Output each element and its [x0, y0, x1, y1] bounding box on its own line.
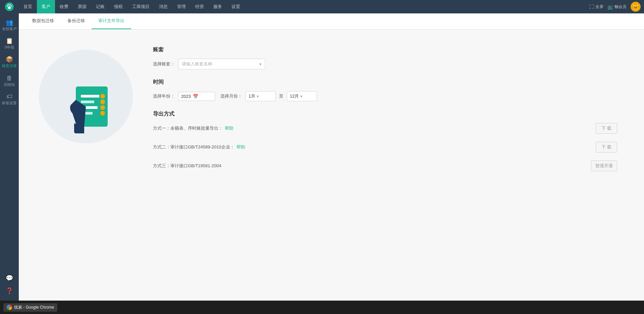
account-chevron-icon: ▾ — [259, 62, 262, 67]
export-method-2-help[interactable]: 帮助 — [236, 144, 245, 150]
export-method-3-coming-button: 暂缓开通 — [591, 161, 617, 171]
export-section-title: 导出方式 — [153, 111, 617, 118]
form-area: 账套 选择账套： 请输入账套名称 ▾ 时间 选择年份： — [140, 40, 631, 291]
all-customers-icon: 👥 — [6, 19, 13, 25]
sidebar-item-chat[interactable]: 💬 — [0, 272, 19, 285]
account-label: 选择账套： — [153, 61, 175, 67]
month-end-chevron-icon: ▾ — [300, 94, 303, 99]
recycle-icon: 🗑 — [6, 75, 12, 81]
app-logo — [3, 1, 15, 13]
sidebar-bottom: 💬 ❓ — [0, 272, 19, 301]
export-method-3-label: 方式三：审计接口GB/T19581-2004 — [153, 163, 591, 169]
tabs-bar: 数据包迁移 备份迁移 审计文件导出 — [19, 13, 644, 29]
page-content: 账套 选择账套： 请输入账套名称 ▾ 时间 选择年份： — [19, 29, 644, 301]
month-start-value: 1月 — [249, 93, 255, 99]
nav-bookkeeping[interactable]: 记账 — [91, 0, 109, 13]
account-migration-icon: 📦 — [6, 56, 13, 62]
export-method-1-row: 方式一：余额表、序时账批量导出： 帮助 下 载 — [153, 123, 617, 134]
export-section: 导出方式 方式一：余额表、序时账批量导出： 帮助 下 载 方式二：审计接口GB/… — [153, 111, 617, 171]
taskbar-item-label: 线索 - Google Chrome — [14, 305, 54, 310]
svg-rect-4 — [81, 101, 94, 103]
main-layout: 👥 全部客户 📋 0申报 📦 账套迁移 🗑 回收站 🏷 标签设置 💬 ❓ — [0, 13, 644, 301]
sidebar-item-account-migration[interactable]: 📦 账套迁移 — [0, 53, 19, 71]
nav-charge[interactable]: 收费 — [55, 0, 73, 13]
year-label: 选择年份： — [153, 93, 175, 99]
nav-tax[interactable]: 报税 — [109, 0, 127, 13]
user-avatar[interactable]: 🐱 — [631, 2, 641, 12]
zero-declare-icon: 📋 — [6, 38, 13, 44]
year-value: 2023 — [181, 94, 191, 99]
export-method-2-label: 方式二：审计接口GB/T24589-2010企业： 帮助 — [153, 144, 596, 150]
time-form-row: 选择年份： 2023 📅 选择月份： 1月 ▾ 至 1 — [153, 91, 617, 101]
tab-backup-migration[interactable]: 备份迁移 — [61, 13, 92, 29]
vip-label: 畅会员 — [614, 4, 627, 10]
month-start-chevron-icon: ▾ — [257, 94, 259, 99]
export-method-1-label: 方式一：余额表、序时账批量导出： 帮助 — [153, 125, 596, 131]
export-method-2-download-button[interactable]: 下 载 — [596, 142, 617, 152]
nav-invoice[interactable]: 票据 — [73, 0, 91, 13]
account-form-row: 选择账套： 请输入账套名称 ▾ — [153, 59, 617, 69]
nav-service[interactable]: 服务 — [209, 0, 227, 13]
export-method-3-text: 方式三：审计接口GB/T19581-2004 — [153, 163, 221, 169]
nav-business[interactable]: 工商项目 — [127, 0, 154, 13]
vip-icon: 📺 — [607, 4, 613, 9]
month-end-select[interactable]: 12月 ▾ — [287, 91, 317, 101]
export-method-3-row: 方式三：审计接口GB/T19581-2004 暂缓开通 — [153, 161, 617, 171]
calendar-icon: 📅 — [193, 94, 198, 99]
chrome-icon — [7, 305, 12, 310]
svg-point-7 — [100, 94, 105, 99]
svg-point-10 — [100, 111, 105, 116]
taskbar-chrome-item[interactable]: 线索 - Google Chrome — [3, 303, 57, 312]
nav-home[interactable]: 首页 — [19, 0, 37, 13]
time-section-title: 时间 — [153, 79, 617, 86]
year-input[interactable]: 2023 📅 — [178, 92, 215, 101]
sidebar-item-zero-declare[interactable]: 📋 0申报 — [0, 35, 19, 53]
export-method-1-download-button[interactable]: 下 载 — [596, 123, 617, 134]
tab-audit-export[interactable]: 审计文件导出 — [92, 13, 131, 29]
month-start-select[interactable]: 1月 ▾ — [246, 91, 276, 101]
account-section: 账套 选择账套： 请输入账套名称 ▾ — [153, 46, 617, 69]
illustration-circle — [39, 50, 133, 143]
sidebar-item-tag-settings[interactable]: 🏷 标签设置 — [0, 90, 19, 109]
top-nav: 首页 客户 收费 票据 记账 报税 工商项目 消息 管理 经营 服务 设置 ⛶ … — [0, 0, 644, 13]
fullscreen-label: 全屏 — [595, 4, 603, 10]
tag-settings-icon: 🏷 — [6, 93, 12, 100]
sidebar-item-recycle[interactable]: 🗑 回收站 — [0, 72, 19, 90]
sidebar-label-zero-declare: 0申报 — [5, 45, 14, 50]
svg-point-1 — [8, 6, 11, 9]
tab-data-migration[interactable]: 数据包迁移 — [25, 13, 61, 29]
nav-right: ⛶ 全屏 📺 畅会员 🐱 — [589, 2, 641, 12]
fullscreen-button[interactable]: ⛶ 全屏 — [589, 4, 603, 10]
content-area: 数据包迁移 备份迁移 审计文件导出 — [19, 13, 644, 301]
time-separator: 至 — [279, 93, 283, 99]
nav-customer[interactable]: 客户 — [37, 0, 55, 13]
illustration-area — [32, 40, 140, 291]
nav-operation[interactable]: 经营 — [191, 0, 209, 13]
taskbar: 线索 - Google Chrome — [0, 301, 644, 314]
account-placeholder: 请输入账套名称 — [182, 61, 212, 67]
account-select[interactable]: 请输入账套名称 ▾ — [178, 59, 265, 69]
svg-rect-3 — [81, 95, 99, 98]
export-method-1-help[interactable]: 帮助 — [225, 125, 233, 131]
sidebar-label-account-migration: 账套迁移 — [2, 64, 17, 68]
export-method-2-text: 方式二：审计接口GB/T24589-2010企业： — [153, 144, 234, 150]
nav-manage[interactable]: 管理 — [172, 0, 191, 13]
time-section: 时间 选择年份： 2023 📅 选择月份： 1月 ▾ 至 — [153, 79, 617, 101]
svg-point-8 — [100, 100, 105, 104]
chat-icon: 💬 — [6, 275, 13, 281]
vip-button[interactable]: 📺 畅会员 — [607, 4, 627, 10]
sidebar-item-help[interactable]: ❓ — [0, 285, 19, 297]
sidebar-label-tag-settings: 标签设置 — [2, 101, 17, 105]
nav-items: 首页 客户 收费 票据 记账 报税 工商项目 消息 管理 经营 服务 设置 — [19, 0, 589, 13]
sidebar: 👥 全部客户 📋 0申报 📦 账套迁移 🗑 回收站 🏷 标签设置 💬 ❓ — [0, 13, 19, 301]
nav-settings[interactable]: 设置 — [227, 0, 245, 13]
svg-point-9 — [100, 105, 105, 110]
month-end-value: 12月 — [290, 93, 299, 99]
nav-message[interactable]: 消息 — [154, 0, 172, 13]
sidebar-label-recycle: 回收站 — [4, 82, 15, 87]
sidebar-item-all-customers[interactable]: 👥 全部客户 — [0, 16, 19, 35]
month-label: 选择月份： — [220, 93, 242, 99]
account-section-title: 账套 — [153, 46, 617, 53]
fullscreen-icon: ⛶ — [589, 4, 594, 9]
sidebar-label-all-customers: 全部客户 — [2, 27, 17, 31]
